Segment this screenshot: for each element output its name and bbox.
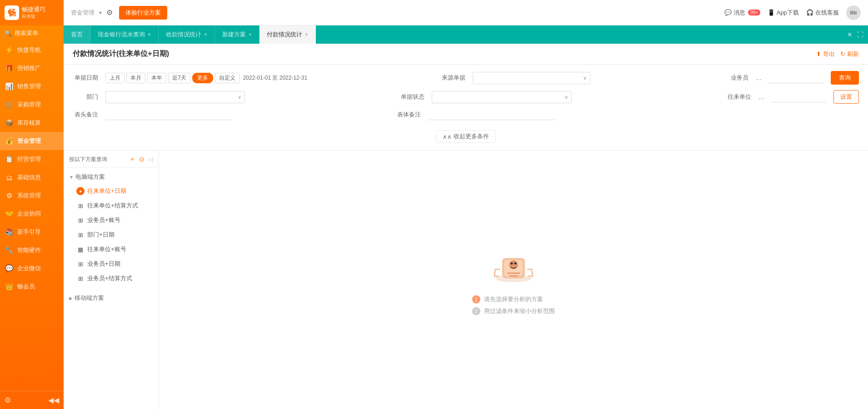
tab-payment-stats-close[interactable]: × [305, 31, 308, 38]
topbar-settings-icon[interactable]: ⚙ [106, 8, 113, 17]
svg-rect-7 [509, 275, 518, 277]
sidebar-footer: ⚙ ◀◀ [0, 391, 64, 409]
config-scheme-icon[interactable]: ⊙ [139, 156, 145, 163]
marketing-icon: 🎁 [5, 64, 14, 73]
refresh-btn[interactable]: ↻ 刷新 [840, 50, 859, 58]
close-all-icon[interactable]: ✕ [847, 31, 853, 38]
filter-row-1: 单据日期 上月 本月 本年 近7天 更多 自定义 2022-01-01 至 20… [73, 71, 859, 85]
sales-icon: 📊 [5, 82, 14, 91]
scheme-item-partner-settle[interactable]: ⊞ 往来单位+结算方式 [64, 198, 159, 213]
date-btn-this-month[interactable]: 本月 [126, 73, 145, 83]
dept-select[interactable] [105, 91, 245, 103]
scheme-item-salesman-date[interactable]: ⊞ 业务员+日期 [64, 257, 159, 271]
sidebar-item-finance[interactable]: 💰 资金管理 [0, 132, 64, 150]
left-panel-title: 按以下方案查询 [69, 156, 107, 163]
sidebar-item-operations[interactable]: 📋 经营管理 [0, 150, 64, 168]
search-menu[interactable]: 🔍 搜索菜单 [0, 25, 64, 41]
collapse-left-icon[interactable]: ◁ [148, 156, 153, 163]
sidebar-item-quick-nav[interactable]: ⚡ 快捷导航 [0, 41, 64, 59]
main-area: 资金管理 ▾ ⚙ 体验行业方案 💬 消息 99+ 📱 App下载 🎧 在线客服 … [64, 0, 868, 409]
filter-row-3: 表头备注 表体备注 [73, 109, 859, 120]
tab-new-scheme-close[interactable]: × [249, 31, 252, 38]
hint-num-1: 1 [472, 295, 480, 303]
user-avatar[interactable]: Rit [846, 5, 861, 20]
page-header: 付款情况统计(往来单位+日期) ⬆ 导出 ↻ 刷新 [64, 44, 868, 65]
messages-btn[interactable]: 💬 消息 99+ [724, 9, 760, 17]
mobile-group-header[interactable]: ▶ 移动端方案 [64, 291, 159, 305]
date-btn-more[interactable]: 更多 [192, 73, 213, 83]
pc-group-arrow: ▼ [69, 175, 74, 180]
dept-label: 部门 [73, 93, 98, 101]
sidebar-item-sales[interactable]: 📊 销售管理 [0, 77, 64, 96]
query-btn[interactable]: 查询 [831, 71, 859, 85]
scheme-icon-grid-5: ⊞ [76, 274, 85, 283]
scheme-item-dept-date[interactable]: ⊞ 部门+日期 [64, 227, 159, 242]
sidebar-item-system[interactable]: ⚙ 系统管理 [0, 187, 64, 205]
svg-rect-6 [507, 273, 520, 274]
date-btn-custom[interactable]: 自定义 [215, 73, 239, 83]
download-icon: 📱 [768, 9, 775, 16]
table-header-note-label: 表头备注 [73, 111, 98, 119]
logo-icon: 畅 [5, 5, 19, 20]
content-area: 付款情况统计(往来单位+日期) ⬆ 导出 ↻ 刷新 单据日期 上月 本月 [64, 44, 868, 409]
source-select[interactable] [473, 72, 591, 84]
sidebar-item-cooperation[interactable]: 🤝 企业协同 [0, 205, 64, 223]
scheme-item-partner-date[interactable]: ● 往来单位+日期 [64, 184, 159, 198]
scheme-item-salesman-account[interactable]: ⊞ 业务员+账号 [64, 213, 159, 227]
collapse-icon: ∧∧ [443, 133, 452, 140]
pc-group-header[interactable]: ▼ 电脑端方案 [64, 170, 159, 184]
topbar-dropdown-arrow[interactable]: ▾ [99, 10, 102, 16]
tab-bank-flow-close[interactable]: × [148, 31, 151, 38]
date-btn-this-year[interactable]: 本年 [147, 73, 166, 83]
trial-btn[interactable]: 体验行业方案 [119, 6, 167, 20]
settings-icon[interactable]: ⚙ [5, 396, 11, 404]
topbar: 资金管理 ▾ ⚙ 体验行业方案 💬 消息 99+ 📱 App下载 🎧 在线客服 … [64, 0, 868, 25]
export-icon: ⬆ [816, 50, 821, 57]
scheme-item-partner-account[interactable]: ▦ 往来单位+账号 [64, 242, 159, 257]
sidebar-item-marketing[interactable]: 🎁 营销推广 [0, 59, 64, 77]
sidebar-item-wechat[interactable]: 💬 企业微信 [0, 259, 64, 278]
maximize-icon[interactable]: ⛶ [857, 31, 863, 38]
collapse-sidebar-icon[interactable]: ◀◀ [48, 396, 59, 404]
tab-home[interactable]: 首页 [64, 25, 90, 44]
left-panel-icons: ＋ ⊙ ◁ [129, 155, 153, 163]
service-icon: 🎧 [806, 9, 813, 16]
svg-point-4 [511, 263, 513, 265]
logo-title: 畅捷通巧 [22, 6, 45, 14]
app-download-btn[interactable]: 📱 App下载 [768, 9, 799, 17]
date-btn-7days[interactable]: 近7天 [168, 73, 190, 83]
tab-income-stats-close[interactable]: × [204, 31, 207, 38]
mobile-group-arrow: ▶ [69, 296, 73, 301]
export-btn[interactable]: ⬆ 导出 [816, 50, 835, 58]
cooperation-icon: 🤝 [5, 209, 14, 218]
date-range-text: 2022-01-01 至 2022-12-31 [243, 74, 307, 82]
topbar-breadcrumb: 资金管理 [71, 9, 95, 17]
add-scheme-icon[interactable]: ＋ [129, 155, 135, 163]
message-badge: 99+ [748, 10, 760, 15]
sidebar-item-purchase[interactable]: 🛒 采购管理 [0, 96, 64, 114]
quick-nav-icon: ⚡ [5, 45, 14, 55]
empty-hint-1: 1 请先选择要分析的方案 [472, 295, 555, 303]
page-title: 付款情况统计(往来单位+日期) [73, 49, 169, 59]
sidebar-item-inventory[interactable]: 📦 库存核算 [0, 114, 64, 132]
tab-new-scheme[interactable]: 新建方案 × [215, 25, 259, 44]
collapse-btn[interactable]: ∧∧ 收起更多条件 [436, 130, 496, 143]
date-btn-last-month[interactable]: 上月 [105, 73, 125, 83]
partner-dots: ... [758, 93, 764, 101]
scheme-item-salesman-settle[interactable]: ⊞ 业务员+结算方式 [64, 271, 159, 286]
tab-payment-stats[interactable]: 付款情况统计 × [259, 25, 316, 44]
doc-status-select[interactable] [432, 91, 571, 103]
settings-btn[interactable]: 设置 [833, 90, 859, 104]
sidebar-item-basic-info[interactable]: 🗂 基础信息 [0, 168, 64, 187]
guide-icon: 📚 [5, 227, 14, 237]
sidebar-item-guide[interactable]: 📚 新手引导 [0, 223, 64, 241]
empty-illustration [491, 244, 536, 290]
scheme-icon-circle: ● [76, 187, 85, 195]
body-area: 按以下方案查询 ＋ ⊙ ◁ ▼ 电脑端方案 ● 往来单位+日期 [64, 151, 868, 409]
tab-bank-flow[interactable]: 现金银行流水查询 × [90, 25, 159, 44]
purchase-icon: 🛒 [5, 100, 14, 109]
tab-income-stats[interactable]: 收款情况统计 × [159, 25, 215, 44]
sidebar-item-member[interactable]: 👑 畅会员 [0, 278, 64, 296]
online-service-btn[interactable]: 🎧 在线客服 [806, 9, 839, 17]
sidebar-item-hardware[interactable]: 🔧 智能硬件 [0, 241, 64, 259]
